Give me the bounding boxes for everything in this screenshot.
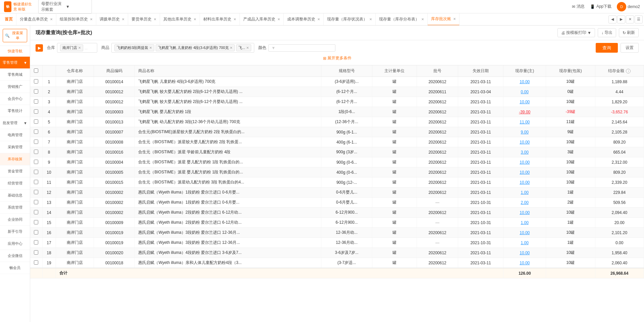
product-tag-2-close[interactable]: ✕	[246, 46, 249, 50]
row-stock-main[interactable]: 10.00	[503, 177, 546, 187]
row-checkbox-cell[interactable]	[30, 87, 42, 97]
tab-batch-ledger[interactable]: 库存批次账 ✕	[428, 13, 460, 25]
row-stock-main[interactable]: 10.00	[503, 77, 546, 87]
tab-other-out[interactable]: 其他出库单历史 ✕	[160, 13, 200, 25]
row-checkbox[interactable]	[34, 89, 38, 94]
refresh-btn[interactable]: ↻ 刷新	[619, 28, 639, 37]
row-checkbox-cell[interactable]	[30, 97, 42, 107]
row-checkbox[interactable]	[34, 109, 38, 114]
close-tab-batch-ledger[interactable]: ✕	[453, 17, 456, 21]
color-input[interactable]: ▼	[268, 44, 335, 52]
row-stock-main[interactable]: 10.00	[503, 137, 546, 147]
sidebar-item-finance[interactable]: 资金管理	[0, 165, 30, 177]
row-checkbox-cell[interactable]	[30, 77, 42, 87]
row-checkbox-cell[interactable]	[30, 208, 42, 218]
tab-product-in[interactable]: 产成品入库单历史 ✕	[240, 13, 284, 25]
search-menu-btn[interactable]: 🔍 搜索菜单	[3, 29, 27, 42]
settings-btn[interactable]: 设置	[621, 43, 639, 53]
close-tab-material-out[interactable]: ✕	[233, 17, 236, 21]
row-stock-main[interactable]: 11.00	[503, 117, 546, 127]
sidebar-item-system[interactable]: 系统管理	[0, 202, 30, 214]
tab-sales-order[interactable]: 要货单历史 ✕	[128, 13, 160, 25]
row-checkbox[interactable]	[34, 200, 38, 204]
row-checkbox[interactable]	[34, 220, 38, 224]
quick-nav-btn[interactable]: 快捷导航	[0, 46, 30, 57]
row-checkbox[interactable]	[34, 210, 38, 214]
app-download-btn[interactable]: 📱 App下载	[590, 4, 611, 9]
select-all-checkbox[interactable]	[34, 68, 38, 73]
row-checkbox-cell[interactable]	[30, 258, 42, 268]
row-checkbox[interactable]	[34, 129, 38, 134]
sidebar-item-marketing[interactable]: 营销推广	[0, 81, 30, 93]
close-tab-mix[interactable]: ✕	[122, 17, 124, 21]
row-checkbox[interactable]	[34, 240, 38, 245]
row-checkbox-cell[interactable]	[30, 137, 42, 147]
row-checkbox-cell[interactable]	[30, 167, 42, 177]
sidebar-item-member[interactable]: 会员中心	[0, 93, 30, 105]
close-tab-sales-order[interactable]: ✕	[154, 17, 156, 21]
sidebar-item-wechat[interactable]: 企业微信	[0, 250, 30, 262]
row-stock-main[interactable]: 1.00	[503, 218, 546, 228]
row-stock-main[interactable]: 10.00	[503, 228, 546, 238]
product-input[interactable]: 飞鹤奶粉3段两提装 ✕ 飞鹤星飞帆 儿童奶粉 4段(3-6岁适用) 700克 ✕…	[111, 43, 254, 53]
product-tag-0-close[interactable]: ✕	[149, 46, 152, 50]
row-stock-main[interactable]: 10.00	[503, 258, 546, 268]
close-tab-other-out[interactable]: ✕	[194, 17, 196, 21]
tab-home[interactable]: 首页	[1, 13, 16, 25]
row-stock-main[interactable]: 0.00	[503, 87, 546, 97]
row-checkbox-cell[interactable]	[30, 107, 42, 117]
sidebar-item-retail-shop[interactable]: 零售商城	[0, 69, 30, 81]
nav-close[interactable]: ✕	[626, 15, 634, 23]
nav-prev[interactable]: ◀	[608, 15, 616, 23]
close-tab-split-inventory[interactable]: ✕	[50, 17, 53, 21]
query-btn[interactable]: 查询	[596, 43, 618, 53]
print-btn[interactable]: 🖨 按模板打印 ▼	[557, 28, 595, 37]
row-checkbox[interactable]	[34, 119, 38, 124]
warehouse-input[interactable]: 南岸门店 ✕ ...	[57, 43, 97, 53]
row-stock-main[interactable]: 10.00	[503, 157, 546, 167]
sidebar-item-app-center[interactable]: 应用中心	[0, 238, 30, 250]
tab-disassemble[interactable]: 组装拆卸单历史 ✕	[56, 13, 96, 25]
row-checkbox-cell[interactable]	[30, 147, 42, 157]
sidebar-item-retail-stats[interactable]: 零售统计	[0, 105, 30, 117]
tab-stock-dist[interactable]: 现存量（库存分布表） ✕	[376, 13, 428, 25]
row-stock-main[interactable]: 3.00	[503, 147, 546, 157]
sidebar-item-purchase[interactable]: 采购管理	[0, 141, 30, 153]
balance-info-icon[interactable]: i	[626, 69, 631, 73]
sidebar-item-basics[interactable]: 基础信息	[0, 190, 30, 202]
row-stock-main[interactable]: 10.00	[503, 167, 546, 177]
row-stock-main[interactable]: 9.00	[503, 127, 546, 137]
row-checkbox[interactable]	[34, 250, 38, 255]
row-checkbox-cell[interactable]	[30, 198, 42, 208]
close-tab-cost-adjust[interactable]: ✕	[317, 17, 320, 21]
product-tag-1-close[interactable]: ✕	[230, 46, 232, 50]
row-checkbox-cell[interactable]	[30, 127, 42, 137]
row-stock-main[interactable]: 10.00	[503, 248, 546, 258]
row-checkbox[interactable]	[34, 170, 38, 174]
row-checkbox[interactable]	[34, 99, 38, 104]
filter-toggle-btn[interactable]: ▶	[36, 44, 43, 52]
row-checkbox-cell[interactable]	[30, 218, 42, 228]
row-stock-main[interactable]: 1.00	[503, 238, 546, 248]
nav-next[interactable]: ▶	[617, 15, 625, 23]
row-checkbox[interactable]	[34, 79, 38, 84]
row-checkbox[interactable]	[34, 140, 38, 144]
close-tab-stock-status[interactable]: ✕	[369, 17, 372, 21]
close-tab-product-in[interactable]: ✕	[277, 17, 280, 21]
close-tab-disassemble[interactable]: ✕	[90, 17, 93, 21]
tab-mix[interactable]: 调拨单历史 ✕	[96, 13, 128, 25]
row-checkbox[interactable]	[34, 150, 38, 154]
workspace-selector[interactable]: 母婴行业演示账套 ▼	[38, 0, 92, 14]
warehouse-tag-close[interactable]: ✕	[78, 46, 81, 50]
sidebar-item-operations[interactable]: 经营管理	[0, 177, 30, 190]
tab-cost-adjust[interactable]: 成本调整单历史 ✕	[284, 13, 324, 25]
tab-material-out[interactable]: 材料出库单历史 ✕	[200, 13, 240, 25]
row-stock-main[interactable]: 1.00	[503, 187, 546, 198]
message-btn[interactable]: ✉ 消息	[572, 4, 585, 9]
col-checkbox[interactable]	[30, 65, 42, 77]
row-stock-main[interactable]: 10.00	[503, 208, 546, 218]
row-checkbox-cell[interactable]	[30, 117, 42, 127]
row-checkbox-cell[interactable]	[30, 187, 42, 198]
row-checkbox-cell[interactable]	[30, 248, 42, 258]
row-checkbox[interactable]	[34, 180, 38, 184]
